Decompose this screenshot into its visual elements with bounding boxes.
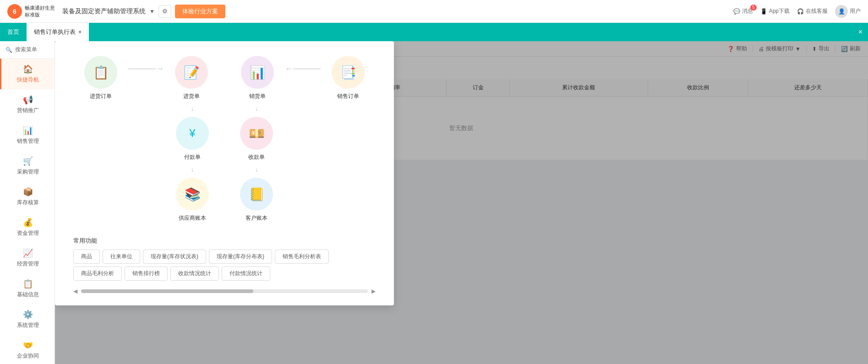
sidebar-item-sales[interactable]: 📊 销售管理 bbox=[0, 120, 55, 151]
flow-node-supplier-ledger[interactable]: 📚 供应商账本 bbox=[165, 178, 220, 222]
sidebar: 🔍 搜索菜单 🏠 快捷导航 📢 营销推广 📊 销售管理 🛒 采购管理 📦 库存核… bbox=[0, 41, 55, 364]
tab-sales-order[interactable]: 销售订单执行表 × bbox=[27, 23, 89, 41]
modal-scrollbar: ◀ ▶ bbox=[73, 288, 376, 294]
payment-icon: ¥ bbox=[189, 127, 195, 140]
arrow-down-sales: ↓ bbox=[229, 104, 284, 113]
flow-row-1: 📋 进货订单 → 📝 bbox=[73, 56, 376, 100]
search-menu[interactable]: 🔍 搜索菜单 bbox=[0, 41, 55, 59]
payment-circle: ¥ bbox=[176, 117, 209, 150]
purchase-order-circle: 📋 bbox=[84, 56, 117, 89]
message-btn[interactable]: 💬 消息 5 bbox=[733, 7, 753, 15]
purchase-label: 进货单 bbox=[183, 92, 200, 100]
service-label: 在线客服 bbox=[806, 7, 828, 15]
inventory-icon: 📦 bbox=[23, 187, 33, 197]
top-header: 6 畅康通好生意 标准版 装备及固定资产辅助管理系统 ▼ ⚙ 体验行业方案 💬 … bbox=[0, 0, 868, 23]
logo-line2: 标准版 bbox=[25, 11, 55, 18]
system-name-area: 装备及固定资产辅助管理系统 ▼ ⚙ 体验行业方案 bbox=[62, 5, 733, 18]
user-avatar: 👤 bbox=[835, 5, 848, 18]
close-all-tabs-btn[interactable]: × bbox=[853, 28, 868, 36]
purchase-icon: 📝 bbox=[184, 65, 200, 80]
sales-order-circle: 📑 bbox=[332, 56, 365, 89]
app-icon: 📱 bbox=[760, 8, 767, 15]
arrow-left-icon: ← bbox=[285, 64, 293, 74]
logo-text: 畅康通好生意 标准版 bbox=[25, 5, 55, 18]
enterprise-icon: 🤝 bbox=[23, 340, 33, 350]
system-dropdown-btn[interactable]: ▼ bbox=[149, 8, 155, 15]
func-btn-item[interactable]: 付款情况统计 bbox=[222, 266, 270, 281]
quick-nav-modal: 📋 进货订单 → 📝 bbox=[55, 41, 394, 305]
flow-row-arrows2: ↓ ↓ bbox=[73, 165, 376, 174]
arrow-h-1: → bbox=[128, 64, 164, 74]
online-service-btn[interactable]: 🎧 在线客服 bbox=[797, 7, 828, 15]
flow-row-arrows: ↓ ↓ bbox=[73, 104, 376, 113]
search-menu-label: 搜索菜单 bbox=[15, 46, 37, 54]
modal-overlay[interactable]: 📋 进货订单 → 📝 bbox=[55, 41, 868, 364]
customer-ledger-icon: 📒 bbox=[249, 187, 265, 202]
scrollbar-track[interactable] bbox=[81, 289, 368, 293]
scroll-left-btn[interactable]: ◀ bbox=[73, 288, 77, 294]
logo-icon: 6 bbox=[7, 4, 22, 19]
sidebar-item-inventory[interactable]: 📦 库存核算 bbox=[0, 181, 55, 212]
func-btn-item[interactable]: 现存量(库存状况表) bbox=[143, 250, 206, 264]
func-btn-item[interactable]: 收款情况统计 bbox=[170, 266, 219, 281]
sidebar-item-system[interactable]: ⚙️ 系统管理 bbox=[0, 304, 55, 335]
receipt-icon: 💴 bbox=[249, 126, 265, 141]
app-download-btn[interactable]: 📱 App下载 bbox=[760, 7, 790, 15]
settings-btn[interactable]: ⚙ bbox=[158, 5, 171, 18]
flow-node-purchase[interactable]: 📝 进货单 bbox=[164, 56, 219, 100]
operations-label: 经营管理 bbox=[17, 260, 39, 268]
func-btn-item[interactable]: 销售排行榜 bbox=[125, 266, 168, 281]
func-grid: 商品往来单位现存量(库存状况表)现存量(库存分布表)销售毛利分析表商品毛利分析销… bbox=[73, 250, 376, 281]
func-btn-item[interactable]: 商品 bbox=[73, 250, 100, 264]
search-icon: 🔍 bbox=[5, 47, 12, 53]
flow-node-sales-order[interactable]: 📑 销售订单 bbox=[321, 56, 376, 100]
tab-home[interactable]: 首页 bbox=[0, 23, 27, 41]
sidebar-item-operations[interactable]: 📈 经营管理 bbox=[0, 243, 55, 273]
sidebar-item-marketing[interactable]: 📢 营销推广 bbox=[0, 89, 55, 120]
content-area: ❓ 帮助 🖨 按模板打印 ▼ ⬆ 导出 🔄 刷新 bbox=[55, 41, 868, 364]
func-btn-item[interactable]: 商品毛利分析 bbox=[73, 266, 122, 281]
sales-icon: 📊 bbox=[23, 125, 33, 136]
header-right: 💬 消息 5 📱 App下载 🎧 在线客服 👤 用户 bbox=[733, 5, 861, 18]
purchase-icon: 🛒 bbox=[23, 156, 33, 166]
sidebar-item-purchase[interactable]: 🛒 采购管理 bbox=[0, 151, 55, 181]
quick-nav-icon: 🏠 bbox=[23, 64, 33, 74]
arrow-h-2: ← bbox=[285, 64, 321, 74]
logo-area: 6 畅康通好生意 标准版 bbox=[7, 4, 62, 19]
scroll-right-btn[interactable]: ▶ bbox=[371, 288, 376, 294]
app-label: App下载 bbox=[769, 7, 790, 15]
func-btn-item[interactable]: 销售毛利分析表 bbox=[275, 250, 329, 264]
payment-label: 付款单 bbox=[184, 153, 201, 161]
receipt-circle: 💴 bbox=[240, 117, 273, 150]
func-btn-item[interactable]: 现存量(库存分布表) bbox=[209, 250, 272, 264]
sidebar-item-basic-info[interactable]: 📋 基础信息 bbox=[0, 273, 55, 304]
sales-icon: 📊 bbox=[250, 65, 266, 80]
sales-order-icon: 📑 bbox=[340, 65, 356, 80]
flow-node-purchase-order[interactable]: 📋 进货订单 bbox=[73, 56, 128, 100]
marketing-icon: 📢 bbox=[23, 95, 33, 105]
func-btn-item[interactable]: 往来单位 bbox=[103, 250, 140, 264]
inventory-label: 库存核算 bbox=[17, 199, 39, 206]
purchase-circle: 📝 bbox=[175, 56, 208, 89]
arrow-right-icon: → bbox=[156, 64, 164, 74]
enterprise-label: 企业协同 bbox=[17, 352, 39, 360]
receipt-label: 收款单 bbox=[248, 153, 265, 161]
flow-node-sales[interactable]: 📊 销货单 bbox=[230, 56, 285, 100]
user-area[interactable]: 👤 用户 bbox=[835, 5, 861, 18]
sales-circle: 📊 bbox=[241, 56, 274, 89]
sidebar-item-quick-nav[interactable]: 🏠 快捷导航 bbox=[0, 59, 55, 89]
system-label: 系统管理 bbox=[17, 321, 39, 329]
flow-node-receipt[interactable]: 💴 收款单 bbox=[229, 117, 284, 161]
flow-node-customer-ledger[interactable]: 📒 客户账本 bbox=[229, 178, 284, 222]
tab-sales-order-label: 销售订单执行表 bbox=[34, 28, 76, 36]
sidebar-item-finance[interactable]: 💰 资金管理 bbox=[0, 212, 55, 243]
purchase-order-icon: 📋 bbox=[93, 65, 109, 80]
customer-ledger-label: 客户账本 bbox=[246, 214, 267, 222]
supplier-ledger-icon: 📚 bbox=[185, 187, 201, 202]
flow-node-payment[interactable]: ¥ 付款单 bbox=[165, 117, 220, 161]
service-icon: 🎧 bbox=[797, 8, 804, 15]
tab-sales-order-close[interactable]: × bbox=[78, 29, 82, 35]
sidebar-item-enterprise[interactable]: 🤝 企业协同 bbox=[0, 335, 55, 364]
quick-nav-label: 快捷导航 bbox=[17, 76, 39, 84]
trial-btn[interactable]: 体验行业方案 bbox=[175, 5, 225, 18]
